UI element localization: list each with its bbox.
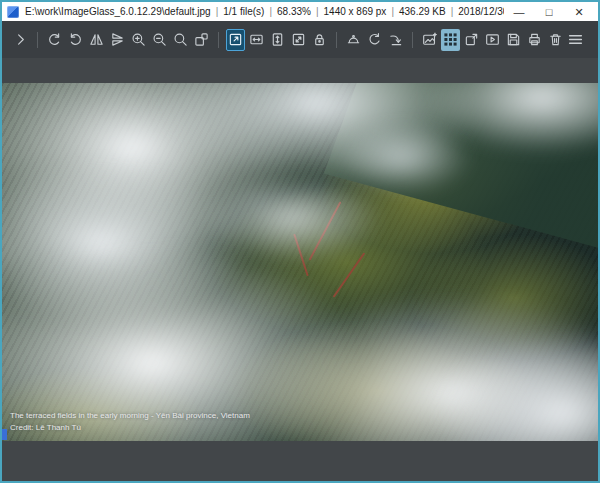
next-image-button[interactable] [11,29,30,51]
rotate-left-icon [47,32,62,47]
maximize-button[interactable]: □ [534,3,564,21]
zoom-100-button[interactable] [171,29,190,51]
zoom-100-icon [173,32,188,47]
minimize-button[interactable]: — [504,3,534,21]
full-screen-icon [464,32,479,47]
cloud-layer [332,123,472,193]
window-title: E:\work\ImageGlass_6.0.12.29\default.jpg… [25,2,504,21]
prev-image-button[interactable] [0,29,9,51]
rotate-left-button[interactable] [45,29,64,51]
scale-height-icon [270,32,285,47]
toolbar-separator [37,32,38,48]
scale-to-height-button[interactable] [268,29,287,51]
slideshow-icon [485,32,500,47]
refresh-button[interactable] [365,29,384,51]
flip-v-icon [110,32,125,47]
auto-zoom-icon [228,32,243,47]
scale-to-width-button[interactable] [247,29,266,51]
window-controls: — □ ✕ [504,3,594,21]
flip-h-icon [89,32,104,47]
goto-icon [388,32,403,47]
actual-size-button[interactable] [192,29,211,51]
toolbar-button-strip [0,29,600,51]
toolbar-separator [412,32,413,48]
flip-vertical-button[interactable] [108,29,127,51]
photo-credit: Credit: Lê Thanh Tú [10,423,81,432]
cloud-layer [432,333,598,441]
print-button[interactable] [525,29,544,51]
lock-icon [312,32,327,47]
full-screen-button[interactable] [462,29,481,51]
open-with-icon [346,32,361,47]
wallpaper-icon [422,32,437,47]
scale-to-fit-button[interactable] [289,29,308,51]
close-button[interactable]: ✕ [564,3,594,21]
photo-caption: The terraced fields in the early morning… [10,411,250,420]
imageglass-logo-icon [7,6,19,18]
zoom-in-icon [131,32,146,47]
goto-page-button[interactable] [386,29,405,51]
toolbar-separator [336,32,337,48]
slideshow-button[interactable] [483,29,502,51]
scale-width-icon [249,32,264,47]
title-bar[interactable]: E:\work\ImageGlass_6.0.12.29\default.jpg… [2,2,598,21]
photo-canvas[interactable]: The terraced fields in the early morning… [2,83,598,441]
thumbnails-icon [443,32,458,47]
next-icon [13,32,28,47]
open-with-button[interactable] [344,29,363,51]
delete-button[interactable] [546,29,565,51]
save-image-button[interactable] [504,29,523,51]
photo-corner-logo [2,429,7,440]
rotate-right-icon [68,32,83,47]
flip-horizontal-button[interactable] [87,29,106,51]
rotate-right-button[interactable] [66,29,85,51]
hamburger-menu-icon [567,31,584,48]
zoom-in-button[interactable] [129,29,148,51]
print-icon [527,32,542,47]
image-viewer[interactable]: The terraced fields in the early morning… [2,58,598,481]
delete-icon [548,32,563,47]
toolbar [2,21,598,58]
refresh-icon [367,32,382,47]
imageglass-window: E:\work\ImageGlass_6.0.12.29\default.jpg… [0,0,600,483]
scale-fit-icon [291,32,306,47]
thumbnail-bar-button[interactable] [441,29,460,51]
zoom-out-icon [152,32,167,47]
zoom-out-button[interactable] [150,29,169,51]
main-menu-button[interactable] [564,28,586,50]
auto-zoom-button[interactable] [226,29,245,51]
actual-size-icon [194,32,209,47]
toolbar-separator [218,32,219,48]
set-wallpaper-button[interactable] [420,29,439,51]
save-icon [506,32,521,47]
lock-zoom-ratio-button[interactable] [310,29,329,51]
prev-icon [0,32,7,47]
